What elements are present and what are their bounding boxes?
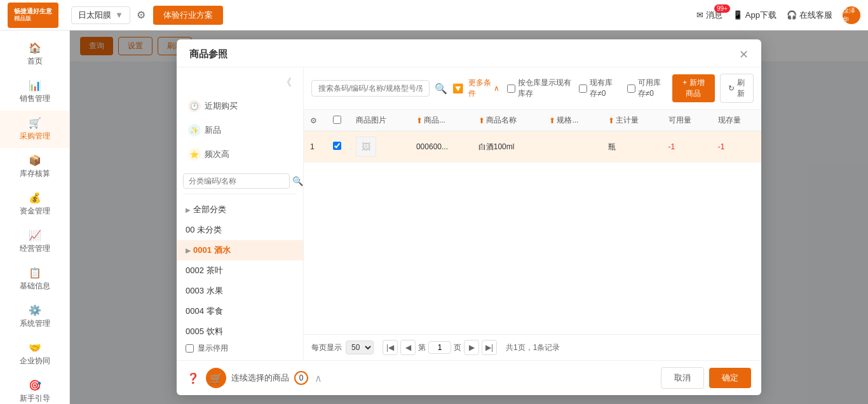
home-icon: 🏠 xyxy=(29,42,41,54)
sidebar-item-guide[interactable]: 🎯 新手引导 xyxy=(0,373,69,404)
filter-bar: 🔍 🔽 更多条件 ∧ 按仓库显示现有库存 xyxy=(304,67,761,110)
table-row[interactable]: 1 🖼 xyxy=(304,131,761,163)
cat-all[interactable]: ▶ 全部分类 xyxy=(177,199,303,220)
user-profile-btn[interactable]: 徐泽华 xyxy=(843,6,860,24)
more-cond-arrow-icon: ∧ xyxy=(494,84,499,93)
stock-ne0-checkbox[interactable] xyxy=(579,84,587,93)
row-spec-cell xyxy=(543,131,601,163)
filter-icon: 🔽 xyxy=(452,83,463,93)
app-download-btn[interactable]: 📱 App下载 xyxy=(733,10,776,21)
enterprise-icon: 🤝 xyxy=(29,342,41,354)
gear-icon[interactable]: ⚙ xyxy=(137,9,146,21)
cat-fruit[interactable]: 0003 水果 xyxy=(177,281,303,301)
cat-drink[interactable]: 0005 饮料 xyxy=(177,321,303,337)
modal-close-btn[interactable]: ✕ xyxy=(739,49,749,60)
row-checkbox-cell[interactable] xyxy=(327,131,349,163)
product-image: 🖼 xyxy=(356,137,376,157)
quick-new[interactable]: ✨ 新品 xyxy=(183,120,297,140)
basic-icon: 📋 xyxy=(29,267,41,279)
th-unit[interactable]: ⬆ 主计量 xyxy=(602,110,662,131)
checkbox-stock-ne0[interactable]: 现有库存≠0 xyxy=(579,77,620,99)
th-image: 商品图片 xyxy=(349,110,410,131)
add-product-btn[interactable]: + 新增商品 xyxy=(672,74,714,102)
finance-icon: 💰 xyxy=(29,192,41,204)
row-img-cell: 🖼 xyxy=(349,131,410,163)
product-table: ⚙ 商品图片 xyxy=(304,110,761,163)
cart-icon[interactable]: 🛒 xyxy=(206,368,226,388)
sidebar-item-business[interactable]: 📈 经营管理 xyxy=(0,223,69,260)
th-name[interactable]: ⬆ 商品名称 xyxy=(472,110,543,131)
inventory-icon: 📦 xyxy=(29,154,41,166)
collapse-panel-btn[interactable]: 《 xyxy=(276,74,297,92)
sidebar-label-home: 首页 xyxy=(27,56,43,67)
column-settings-icon[interactable]: ⚙ xyxy=(310,116,317,125)
page-label: 第 xyxy=(418,342,426,353)
th-spec[interactable]: ⬆ 规格... xyxy=(543,110,601,131)
quick-freq[interactable]: ⭐ 频次高 xyxy=(183,144,297,165)
guide-icon: 🎯 xyxy=(29,379,41,391)
stock-ne0-label: 现有库存≠0 xyxy=(590,77,620,99)
warehouse-checkbox[interactable] xyxy=(507,84,515,93)
sort-spec-icon: ⬆ xyxy=(549,116,555,125)
sidebar-label-system: 系统管理 xyxy=(20,318,50,329)
more-conditions-btn[interactable]: 更多条件 ∧ xyxy=(468,77,499,99)
branch-arrow-icon: ▼ xyxy=(115,10,123,20)
product-search-input[interactable] xyxy=(311,80,430,97)
category-search-input[interactable] xyxy=(183,173,290,189)
category-search-btn[interactable]: 🔍 xyxy=(292,176,303,186)
sidebar-item-sales[interactable]: 📊 销售管理 xyxy=(0,73,69,111)
more-cond-label: 更多条件 xyxy=(468,77,492,99)
sidebar-item-finance[interactable]: 💰 资金管理 xyxy=(0,185,69,223)
cat-uncategorized[interactable]: 00 未分类 xyxy=(177,220,303,240)
checkbox-group: 按仓库显示现有库存 现有库存≠0 可用库存≠0 xyxy=(507,77,668,99)
col-unit-label: 主计量 xyxy=(616,115,639,126)
th-code[interactable]: ⬆ 商品... xyxy=(410,110,472,131)
online-service-btn[interactable]: 🎧 在线客服 xyxy=(787,10,832,21)
avail-ne0-checkbox[interactable] xyxy=(627,84,635,93)
toolbar-right: + 新增商品 ↻ 刷新 xyxy=(672,74,754,103)
prev-page-btn[interactable]: ◀ xyxy=(400,340,416,355)
message-btn[interactable]: ✉ 消息 99+ xyxy=(696,10,722,21)
product-search-icon[interactable]: 🔍 xyxy=(435,83,447,95)
last-page-btn[interactable]: ▶| xyxy=(482,340,497,355)
th-stock: 现存量 xyxy=(712,110,761,131)
headphone-icon: 🎧 xyxy=(787,10,797,20)
per-page-select[interactable]: 50 xyxy=(346,340,374,354)
refresh-btn[interactable]: ↻ 刷新 xyxy=(720,74,754,103)
cat-tea[interactable]: 0002 茶叶 xyxy=(177,260,303,281)
refresh-label: 刷新 xyxy=(737,77,745,99)
sidebar-item-home[interactable]: 🏠 首页 xyxy=(0,36,69,73)
checkbox-warehouse[interactable]: 按仓库显示现有库存 xyxy=(507,77,572,99)
next-page-btn[interactable]: ▶ xyxy=(464,340,479,355)
quick-recent[interactable]: 🕐 近期购买 xyxy=(183,96,297,116)
checkbox-avail-ne0[interactable]: 可用库存≠0 xyxy=(627,77,668,99)
cat-snack-label: 0004 零食 xyxy=(186,306,223,317)
branch-selector[interactable]: 日太阳膜 ▼ xyxy=(71,6,130,24)
sidebar-item-system[interactable]: ⚙️ 系统管理 xyxy=(0,298,69,335)
current-page-input[interactable] xyxy=(428,341,451,354)
row-select-checkbox[interactable] xyxy=(333,142,341,150)
branch-name: 日太阳膜 xyxy=(78,10,111,21)
cancel-button[interactable]: 取消 xyxy=(661,367,704,389)
select-all-checkbox[interactable] xyxy=(333,116,341,124)
row-stock-cell: -1 xyxy=(712,131,761,163)
help-icon[interactable]: ❓ xyxy=(187,372,200,384)
cat-fruit-label: 0003 水果 xyxy=(186,285,223,297)
sidebar-item-enterprise[interactable]: 🤝 企业协同 xyxy=(0,335,69,373)
show-disabled-checkbox[interactable] xyxy=(186,344,194,353)
confirm-button[interactable]: 确定 xyxy=(709,368,751,388)
sidebar-item-purchase[interactable]: 🛒 采购管理 xyxy=(0,111,69,148)
navbar-right: ✉ 消息 99+ 📱 App下载 🎧 在线客服 徐泽华 xyxy=(696,6,860,24)
business-icon: 📈 xyxy=(29,229,41,241)
cat-snack[interactable]: 0004 零食 xyxy=(177,301,303,321)
product-table-wrap: ⚙ 商品图片 xyxy=(304,110,761,334)
cat-liquor-label: 0001 酒水 xyxy=(193,245,231,256)
cat-liquor[interactable]: ▶ 0001 酒水 xyxy=(177,240,303,260)
first-page-btn[interactable]: |◀ xyxy=(383,340,398,355)
sidebar-item-inventory[interactable]: 📦 库存核算 xyxy=(0,148,69,185)
right-panel: 🔍 🔽 更多条件 ∧ 按仓库显示现有库存 xyxy=(304,67,761,360)
sidebar-item-basic[interactable]: 📋 基础信息 xyxy=(0,260,69,298)
exp-btn[interactable]: 体验行业方案 xyxy=(153,6,223,25)
user-name: 徐泽华 xyxy=(843,6,860,24)
footer-collapse-icon[interactable]: ∧ xyxy=(315,372,322,384)
